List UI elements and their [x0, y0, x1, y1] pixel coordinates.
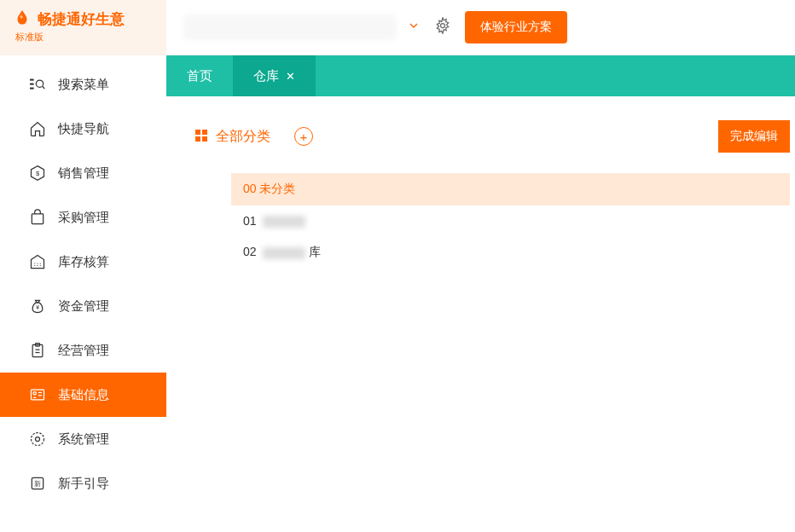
svg-rect-27	[195, 136, 200, 142]
sidebar-item-guide[interactable]: 新 新手引导	[0, 461, 166, 506]
svg-text:$: $	[36, 170, 40, 177]
tab-label: 仓库	[253, 68, 279, 84]
tabs: 首页 仓库 ✕	[166, 55, 795, 96]
logo-icon	[12, 9, 32, 29]
price-tag-icon: $	[29, 165, 46, 182]
content: 全部分类 + 完成编辑 00 未分类 01 02 库	[166, 96, 795, 532]
sidebar-item-business[interactable]: 经营管理	[0, 328, 166, 373]
tree-item-name: 库	[309, 245, 321, 258]
tab-warehouse[interactable]: 仓库 ✕	[233, 55, 316, 96]
obscured-text	[263, 247, 305, 259]
finish-edit-button[interactable]: 完成编辑	[718, 120, 790, 153]
sidebar-item-basic[interactable]: 基础信息	[0, 373, 166, 417]
svg-text:新: 新	[34, 479, 41, 488]
brand-name: 畅捷通好生意	[38, 9, 125, 29]
svg-rect-25	[195, 130, 200, 135]
logo-area: 畅捷通好生意 标准版	[0, 0, 166, 55]
bag-icon	[29, 209, 46, 226]
add-button[interactable]: +	[294, 127, 313, 146]
tree-item-name: 未分类	[259, 182, 295, 195]
tree-item-code: 01	[243, 214, 257, 228]
category-title: 全部分类	[216, 128, 270, 146]
sidebar-item-label: 资金管理	[58, 298, 109, 315]
sidebar-item-label: 基础信息	[58, 387, 109, 403]
org-name	[183, 14, 397, 40]
svg-rect-28	[202, 136, 207, 142]
info-card-icon	[29, 386, 46, 403]
guide-icon: 新	[29, 475, 46, 492]
category-tree: 00 未分类 01 02 库	[231, 173, 790, 269]
home-icon	[29, 120, 46, 137]
content-header: 全部分类 + 完成编辑	[195, 120, 790, 153]
sidebar-item-purchase[interactable]: 采购管理	[0, 195, 166, 240]
svg-point-3	[36, 80, 43, 87]
sidebar-item-money[interactable]: ¥ 资金管理	[0, 284, 166, 328]
nav-list: 搜索菜单 快捷导航 $ 销售管理 采购管理 库存核算 ¥ 资金管理	[0, 55, 166, 532]
svg-rect-26	[202, 130, 207, 135]
sidebar-item-inventory[interactable]: 库存核算	[0, 240, 166, 284]
svg-point-24	[441, 24, 445, 28]
grid-icon	[195, 130, 207, 144]
tab-label: 首页	[187, 68, 212, 84]
svg-rect-2	[31, 88, 33, 89]
sidebar-item-label: 新手引导	[58, 476, 109, 492]
svg-point-16	[33, 392, 36, 395]
svg-point-20	[32, 433, 44, 446]
svg-text:¥: ¥	[36, 304, 39, 310]
cta-button[interactable]: 体验行业方案	[465, 11, 567, 43]
close-icon[interactable]: ✕	[286, 70, 295, 83]
sidebar-item-label: 库存核算	[58, 254, 109, 270]
org-selector[interactable]	[183, 14, 421, 40]
svg-point-21	[36, 437, 40, 442]
clipboard-icon	[29, 342, 46, 359]
sidebar-item-nav[interactable]: 快捷导航	[0, 107, 166, 151]
sidebar-item-label: 系统管理	[58, 431, 109, 448]
sidebar: 畅捷通好生意 标准版 搜索菜单 快捷导航 $ 销售管理 采购管理	[0, 0, 166, 532]
sidebar-item-search[interactable]: 搜索菜单	[0, 62, 166, 107]
tree-item[interactable]: 02 库	[231, 236, 790, 269]
sidebar-item-label: 采购管理	[58, 210, 109, 226]
sidebar-item-label: 销售管理	[58, 165, 109, 182]
sidebar-item-sales[interactable]: $ 销售管理	[0, 151, 166, 195]
sidebar-item-label: 搜索菜单	[58, 77, 109, 93]
sidebar-item-system[interactable]: 系统管理	[0, 417, 166, 461]
svg-rect-0	[31, 79, 33, 80]
svg-rect-1	[31, 84, 33, 84]
sidebar-item-label: 经营管理	[58, 343, 109, 359]
svg-rect-15	[32, 390, 44, 400]
svg-rect-6	[32, 214, 43, 224]
main: 体验行业方案 首页 仓库 ✕ 全部分类 + 完成编辑	[166, 0, 795, 532]
settings-button[interactable]	[434, 17, 451, 38]
tree-item[interactable]: 00 未分类	[231, 173, 790, 205]
warehouse-icon	[29, 253, 46, 270]
chevron-down-icon	[407, 19, 421, 36]
svg-line-4	[43, 87, 45, 90]
topbar: 体验行业方案	[166, 0, 795, 55]
sidebar-item-label: 快捷导航	[58, 121, 109, 137]
money-bag-icon: ¥	[29, 298, 46, 315]
tree-item-code: 00	[243, 182, 257, 195]
system-icon	[29, 431, 46, 448]
tree-item-code: 02	[243, 245, 257, 258]
search-icon	[29, 76, 46, 93]
tab-home[interactable]: 首页	[166, 55, 233, 96]
brand-edition: 标准版	[15, 31, 154, 43]
obscured-text	[263, 216, 305, 228]
tree-item[interactable]: 01	[231, 205, 790, 236]
